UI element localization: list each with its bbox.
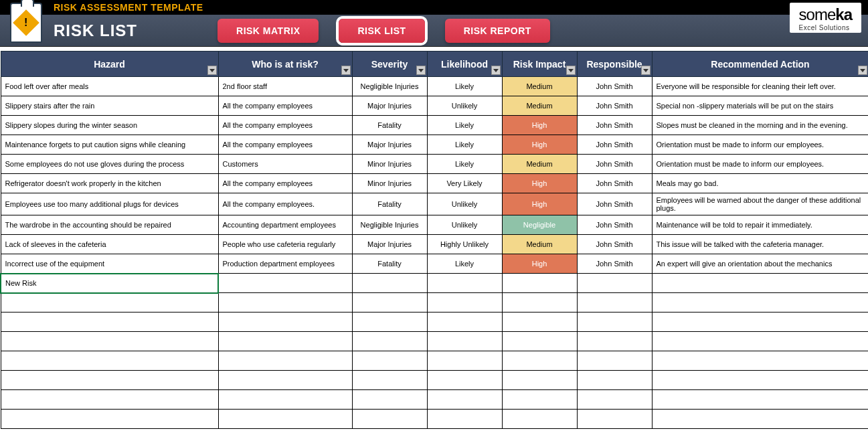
cell-severity[interactable]: Minor Injuries (352, 155, 427, 174)
cell-who[interactable]: All the company employees (218, 116, 352, 135)
cell-impact[interactable]: Medium (502, 155, 577, 174)
cell-likelihood[interactable]: Likely (427, 77, 502, 96)
cell-empty[interactable] (352, 351, 427, 371)
risk-matrix-button[interactable]: RISK MATRIX (218, 19, 319, 43)
cell-empty[interactable] (352, 313, 427, 332)
cell-responsible[interactable]: John Smith (577, 116, 652, 135)
cell-empty[interactable] (652, 332, 868, 351)
cell-likelihood[interactable]: Likely (427, 135, 502, 155)
cell-responsible[interactable]: John Smith (577, 215, 652, 235)
cell-empty[interactable] (218, 371, 352, 390)
cell-severity[interactable]: Major Injuries (352, 235, 427, 254)
cell-empty[interactable] (652, 371, 868, 390)
cell-likelihood[interactable]: Likely (427, 116, 502, 135)
cell-empty[interactable] (218, 274, 352, 293)
cell-who[interactable]: All the company employees (218, 174, 352, 193)
risk-report-button[interactable]: RISK REPORT (445, 19, 550, 43)
col-hazard[interactable]: Hazard (1, 52, 218, 77)
cell-impact[interactable]: High (502, 193, 577, 215)
cell-empty[interactable] (652, 293, 868, 313)
cell-severity[interactable]: Fatality (352, 193, 427, 215)
cell-impact[interactable]: Medium (502, 235, 577, 254)
cell-hazard[interactable]: The wardrobe in the accounting should be… (1, 215, 218, 235)
cell-hazard[interactable]: Food left over after meals (1, 77, 218, 96)
col-likelihood[interactable]: Likelihood (427, 52, 502, 77)
cell-empty[interactable] (577, 390, 652, 410)
cell-empty[interactable] (502, 313, 577, 332)
cell-empty[interactable] (218, 390, 352, 410)
cell-empty[interactable] (577, 332, 652, 351)
cell-severity[interactable]: Major Injuries (352, 135, 427, 155)
cell-who[interactable]: All the company employees (218, 135, 352, 155)
cell-empty[interactable] (652, 390, 868, 410)
filter-icon[interactable] (641, 66, 650, 75)
cell-empty[interactable] (1, 410, 218, 429)
cell-responsible[interactable]: John Smith (577, 155, 652, 174)
filter-icon[interactable] (416, 66, 426, 75)
cell-severity[interactable]: Negligible Injuries (352, 77, 427, 96)
cell-empty[interactable] (502, 293, 577, 313)
cell-empty[interactable] (352, 274, 427, 293)
cell-empty[interactable] (427, 371, 502, 390)
cell-empty[interactable] (1, 332, 218, 351)
cell-who[interactable]: All the company employees (218, 96, 352, 116)
cell-who[interactable]: Customers (218, 155, 352, 174)
cell-empty[interactable] (1, 351, 218, 371)
cell-empty[interactable] (218, 293, 352, 313)
cell-severity[interactable]: Fatality (352, 116, 427, 135)
cell-impact[interactable]: Negligible (502, 215, 577, 235)
cell-action[interactable]: Special non -slippery materials will be … (652, 96, 868, 116)
cell-empty[interactable] (577, 313, 652, 332)
cell-responsible[interactable]: John Smith (577, 96, 652, 116)
cell-who[interactable]: All the company employees. (218, 193, 352, 215)
col-action[interactable]: Recommended Action (652, 52, 868, 77)
cell-empty[interactable] (502, 332, 577, 351)
cell-empty[interactable] (218, 351, 352, 371)
cell-impact[interactable]: High (502, 174, 577, 193)
cell-empty[interactable] (1, 371, 218, 390)
cell-severity[interactable]: Negligible Injuries (352, 215, 427, 235)
cell-empty[interactable] (652, 410, 868, 429)
cell-empty[interactable] (577, 410, 652, 429)
cell-likelihood[interactable]: Very Likely (427, 174, 502, 193)
cell-action[interactable]: Orientation must be made to inform our e… (652, 135, 868, 155)
cell-empty[interactable] (577, 274, 652, 293)
cell-action[interactable]: This issue will be talked with the cafet… (652, 235, 868, 254)
col-impact[interactable]: Risk Impact (502, 52, 577, 77)
cell-action[interactable]: Slopes must be cleaned in the morning an… (652, 116, 868, 135)
cell-empty[interactable] (352, 293, 427, 313)
cell-empty[interactable] (218, 313, 352, 332)
risk-list-button[interactable]: RISK LIST (339, 19, 424, 43)
cell-likelihood[interactable]: Unlikely (427, 193, 502, 215)
cell-empty[interactable] (218, 332, 352, 351)
cell-action[interactable]: Everyone will be responsible for cleanin… (652, 77, 868, 96)
cell-impact[interactable]: Medium (502, 96, 577, 116)
filter-icon[interactable] (566, 66, 576, 75)
cell-severity[interactable]: Major Injuries (352, 96, 427, 116)
cell-impact[interactable]: Medium (502, 77, 577, 96)
cell-empty[interactable] (502, 410, 577, 429)
cell-impact[interactable]: High (502, 254, 577, 274)
cell-hazard[interactable]: Slippery slopes during the winter season (1, 116, 218, 135)
cell-empty[interactable] (352, 390, 427, 410)
filter-icon[interactable] (207, 66, 217, 75)
cell-who[interactable]: People who use cafeteria regularly (218, 235, 352, 254)
cell-hazard[interactable]: Lack of sleeves in the cafeteria (1, 235, 218, 254)
cell-impact[interactable]: High (502, 135, 577, 155)
cell-empty[interactable] (352, 410, 427, 429)
cell-hazard[interactable]: Some employees do not use gloves during … (1, 155, 218, 174)
cell-empty[interactable] (1, 293, 218, 313)
cell-responsible[interactable]: John Smith (577, 193, 652, 215)
cell-empty[interactable] (577, 371, 652, 390)
cell-empty[interactable] (1, 390, 218, 410)
cell-empty[interactable] (427, 351, 502, 371)
cell-who[interactable]: Production department employees (218, 254, 352, 274)
cell-empty[interactable] (502, 351, 577, 371)
cell-empty[interactable] (577, 293, 652, 313)
cell-empty[interactable] (652, 313, 868, 332)
cell-action[interactable]: An expert will give an orientation about… (652, 254, 868, 274)
cell-action[interactable]: Meals may go bad. (652, 174, 868, 193)
cell-empty[interactable] (352, 332, 427, 351)
col-responsible[interactable]: Responsible (577, 52, 652, 77)
cell-empty[interactable] (427, 293, 502, 313)
